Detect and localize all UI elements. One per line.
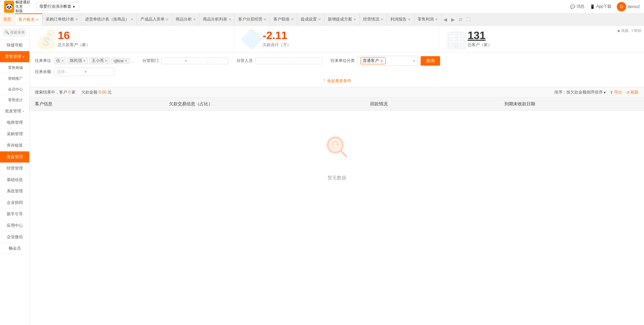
tag-close-wang[interactable]: ✕: [105, 59, 108, 63]
tab-customer-contact[interactable]: 客户联络 ✕: [270, 13, 297, 26]
stat-label-debt: 欠款合计（万）: [263, 42, 291, 48]
sidebar-item-purchase[interactable]: 采购管理: [0, 129, 29, 140]
sidebar-item-inventory[interactable]: 库存核算: [0, 140, 29, 151]
tab-nav-expand[interactable]: ⊡: [457, 13, 464, 26]
tab-close-icon[interactable]: ✕: [193, 17, 196, 21]
tab-purchase-order-stats[interactable]: 采购订单统计表 ✕: [42, 13, 82, 26]
expand-icon: ▾: [23, 55, 24, 59]
result-actions: 排序：按欠款金额倒序排序 ▾ ⬆ 导出 ↺ 刷新: [554, 89, 639, 95]
tab-nav-next[interactable]: ▶: [449, 13, 457, 26]
tab-close-icon[interactable]: ✕: [75, 17, 78, 21]
sidebar-item-app-center[interactable]: 应用中心: [0, 220, 29, 231]
logo-text: 畅捷通好生意 标版: [15, 0, 34, 13]
tab-nav-fullscreen[interactable]: ⛶: [464, 13, 472, 26]
sidebar-item-enterprise-wechat[interactable]: 企业微信: [0, 231, 29, 243]
sidebar-item-marketing[interactable]: 营销推广: [0, 73, 29, 84]
sidebar-item-system[interactable]: 系统管理: [0, 186, 29, 197]
export-button[interactable]: ⬆ 导出: [610, 89, 622, 95]
tab-new-commission[interactable]: 新增提成方案 ✕: [325, 13, 360, 26]
sidebar-item-member[interactable]: 会员中心: [0, 84, 29, 95]
filter-unit-label: 往来单位: [35, 58, 51, 64]
expand-icon: ▾: [23, 109, 24, 113]
logo-area: 🐼 畅捷通好生意 标版: [4, 0, 34, 13]
table-header: 客户信息 欠款交易信息（占比） 回款情况 到期未收款日期: [30, 98, 644, 111]
sidebar-search-button[interactable]: 🔍 搜索菜单: [3, 28, 27, 37]
tab-close-icon[interactable]: ✕: [291, 17, 294, 21]
filter-row-1: 往来单位 伍 ✕ 陈民强 ✕ 王小亮 ✕ cjttcw: [35, 56, 639, 66]
user-menu[interactable]: D demo2: [617, 2, 640, 11]
filter-tag-wu: 伍 ✕: [54, 57, 66, 64]
col-header-customer: 客户信息: [35, 101, 169, 107]
sidebar: 🔍 搜索菜单 快捷导航 零售管理 ▾ 零售商城 营销推广 会员中心 零售统计 批…: [0, 26, 30, 325]
chevron-down-icon: ▾: [604, 90, 606, 95]
store-selector[interactable]: 母婴行业演示帐套 ▾: [36, 3, 79, 10]
tag-close-cjttcw[interactable]: ✕: [125, 59, 127, 63]
tab-close-icon[interactable]: ✕: [36, 18, 39, 22]
filter-dept-select[interactable]: ▾ ...: [161, 58, 228, 64]
filter-tag-common-customer: 普通客户 ✕: [360, 57, 386, 64]
refresh-button[interactable]: ↺ 刷新: [626, 89, 639, 95]
filter-tag-wang: 王小亮 ✕: [89, 57, 110, 64]
tab-retail-profit[interactable]: 零售利润 ✕: [414, 13, 441, 26]
sidebar-item-retail-stats[interactable]: 零售统计: [0, 95, 29, 106]
sidebar-item-ecommerce[interactable]: 电商管理: [0, 117, 29, 129]
tab-close-icon[interactable]: ✕: [408, 17, 411, 21]
tab-commission-setting[interactable]: 提成设置 ✕: [297, 13, 325, 26]
col-header-repayment: 回款情况: [370, 101, 504, 107]
tab-close-icon[interactable]: ✕: [166, 17, 169, 21]
result-count: 0: [68, 90, 71, 95]
tab-close-icon[interactable]: ✕: [264, 17, 266, 21]
tab-customer-layer[interactable]: 客户分层经营 ✕: [235, 13, 270, 26]
sidebar-item-chang-member[interactable]: 畅会员: [0, 243, 29, 254]
tab-close-icon[interactable]: ✕: [228, 17, 231, 21]
sidebar-item-retail[interactable]: 零售管理 ▾: [0, 51, 29, 63]
sidebar-item-new-guide[interactable]: 新手引导: [0, 209, 29, 220]
sort-button[interactable]: 排序：按欠款金额倒序排序 ▾: [554, 89, 606, 95]
sidebar-item-enterprise-collab[interactable]: 企业协同: [0, 197, 29, 209]
tab-production-inbound[interactable]: 产成品入库单 ✕: [137, 13, 172, 26]
chevron-down-icon: ▾: [85, 70, 111, 74]
tab-home[interactable]: 首页: [0, 13, 15, 26]
user-avatar: D: [617, 2, 626, 11]
filter-balance-select[interactable]: 选择... ▾: [54, 68, 114, 76]
chevron-down-icon: ▾: [185, 59, 205, 63]
sidebar-item-quick-nav[interactable]: 快捷导航: [0, 40, 29, 51]
sidebar-item-retail-mall[interactable]: 零售商城: [0, 63, 29, 73]
tab-customer-ledger[interactable]: 客户账本 ✕: [15, 13, 42, 26]
tab-close-icon[interactable]: ✕: [381, 17, 383, 21]
svg-point-4: [333, 144, 334, 145]
tab-product-analysis[interactable]: 商品分析 ✕: [172, 13, 200, 26]
tag-close-chen[interactable]: ✕: [83, 59, 86, 63]
filter-manager-select[interactable]: ...: [255, 58, 323, 64]
tag-close-wu[interactable]: ✕: [61, 59, 64, 63]
collapse-filter-button[interactable]: ⌃ 收起更多条件: [35, 78, 639, 84]
stat-value-total: 131: [468, 30, 492, 41]
filter-category-area: 普通客户 ✕ ▾: [357, 56, 418, 66]
message-button[interactable]: 💬 消息: [570, 4, 585, 9]
empty-text: 暂无数据: [328, 175, 346, 181]
sidebar-search-area: 🔍 搜索菜单: [0, 26, 29, 40]
tab-close-icon[interactable]: ✕: [318, 17, 321, 21]
tab-profit-report[interactable]: 利润报告 ✕: [387, 13, 414, 26]
stat-label-total: 总客户（家）: [468, 42, 492, 48]
stat-value-debt: -2.11: [263, 30, 291, 41]
tab-product-analysis-list[interactable]: 商品分析列表 ✕: [200, 13, 235, 26]
sidebar-item-basic-info[interactable]: 基础信息: [0, 174, 29, 186]
filter-tag-cjttcw: cjttcw ✕: [111, 58, 130, 64]
sidebar-item-wholesale[interactable]: 批发管理 ▾: [0, 106, 29, 117]
tab-goods-stats[interactable]: 进货单统计表（按商品） ✕: [82, 13, 137, 26]
filter-manager-label: 分管人员: [237, 58, 253, 64]
tab-operation-status[interactable]: 经营情况 ✕: [360, 13, 387, 26]
tag-close-common[interactable]: ✕: [380, 59, 383, 63]
tab-close-icon[interactable]: ✕: [131, 17, 133, 21]
sidebar-item-finance[interactable]: 资金管理: [0, 151, 29, 163]
tab-close-icon[interactable]: ✕: [435, 17, 438, 21]
top-bar: 🐼 畅捷通好生意 标版 母婴行业演示帐套 ▾ 💬 消息 📱 App下载 D de…: [0, 0, 644, 13]
stat-total-debt-amount: 🔷 -2.11 欠款合计（万）: [234, 26, 439, 52]
sidebar-item-operation[interactable]: 经营管理: [0, 163, 29, 174]
query-button[interactable]: 查询: [421, 56, 440, 66]
tab-close-icon[interactable]: ✕: [353, 17, 356, 21]
filter-more-button[interactable]: ...: [131, 59, 134, 63]
tab-nav-prev[interactable]: ◀: [441, 13, 449, 26]
app-download-button[interactable]: 📱 App下载: [590, 4, 611, 9]
